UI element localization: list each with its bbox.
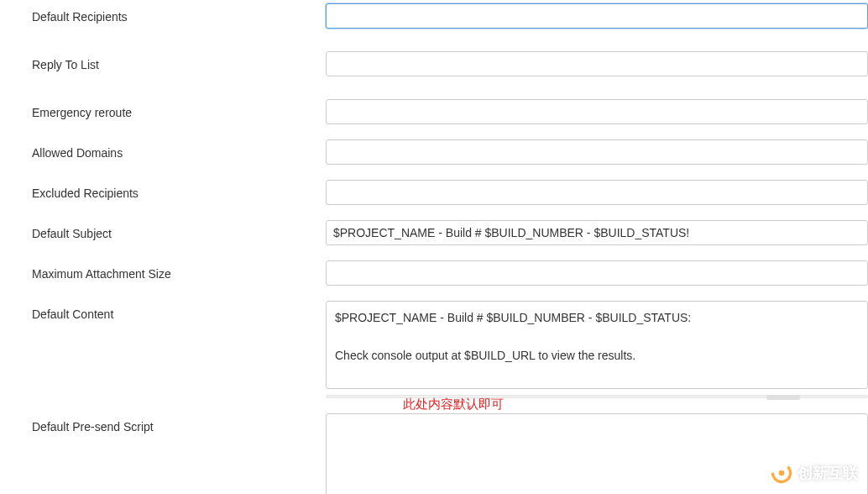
label-max-attachment-size: Maximum Attachment Size [0, 260, 326, 281]
resize-handle[interactable] [326, 395, 868, 398]
svg-point-1 [779, 470, 785, 476]
row-excluded-recipients: Excluded Recipients [0, 180, 868, 205]
watermark-logo-icon [771, 462, 792, 484]
row-allowed-domains: Allowed Domains [0, 139, 868, 165]
input-reply-to-list[interactable] [326, 51, 868, 76]
row-emergency-reroute: Emergency reroute [0, 99, 868, 124]
row-reply-to-list: Reply To List [0, 51, 868, 76]
textarea-default-content[interactable] [326, 301, 868, 389]
row-default-recipients: Default Recipients [0, 3, 868, 29]
row-max-attachment-size: Maximum Attachment Size [0, 260, 868, 286]
label-allowed-domains: Allowed Domains [0, 139, 326, 160]
label-default-subject: Default Subject [0, 220, 326, 240]
input-default-subject[interactable] [326, 220, 868, 245]
row-default-subject: Default Subject [0, 220, 868, 245]
label-reply-to-list: Reply To List [0, 51, 326, 71]
label-default-content: Default Content [0, 301, 326, 321]
watermark-text: 创新互联 [797, 463, 858, 483]
row-default-content: Default Content [0, 301, 868, 398]
label-excluded-recipients: Excluded Recipients [0, 180, 326, 200]
row-presend-script: Default Pre-send Script [0, 413, 868, 494]
label-default-recipients: Default Recipients [0, 3, 326, 24]
watermark: 创新互联 [771, 462, 858, 484]
input-default-recipients[interactable] [326, 3, 868, 29]
input-allowed-domains[interactable] [326, 139, 868, 165]
email-ext-config-form: Default Recipients Reply To List Emergen… [0, 0, 868, 494]
input-max-attachment-size[interactable] [326, 260, 868, 286]
input-excluded-recipients[interactable] [326, 180, 868, 205]
input-emergency-reroute[interactable] [326, 99, 868, 124]
label-emergency-reroute: Emergency reroute [0, 99, 326, 119]
label-presend-script: Default Pre-send Script [0, 413, 326, 434]
